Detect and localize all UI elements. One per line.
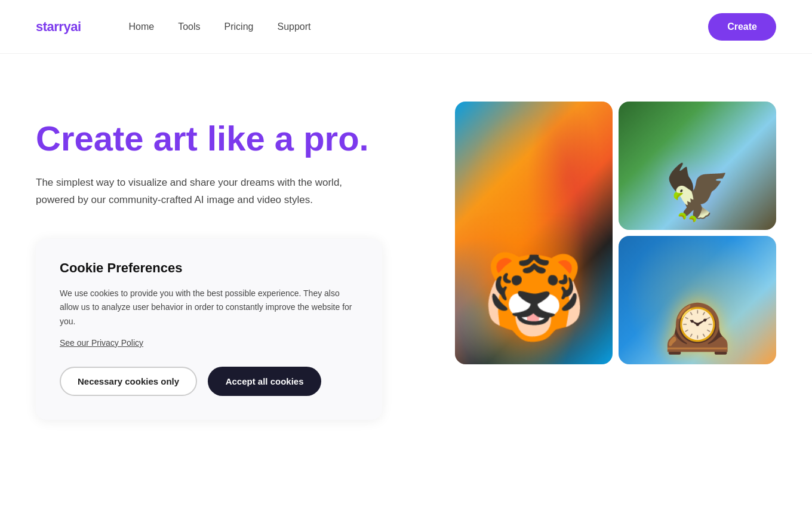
hero-title: Create art like a pro. [36, 119, 443, 158]
tiger-image-cell [455, 102, 613, 364]
nav-home[interactable]: Home [129, 21, 155, 32]
cookie-buttons: Necessary cookies only Accept all cookie… [60, 367, 358, 396]
nav-tools[interactable]: Tools [178, 21, 200, 32]
owl-image-cell [619, 102, 776, 230]
hero-subtitle: The simplest way to visualize and share … [36, 174, 358, 209]
cookie-banner: Cookie Preferences We use cookies to pro… [36, 239, 382, 420]
navbar: starryai Home Tools Pricing Support Crea… [0, 0, 812, 54]
cookie-body: We use cookies to provide you with the b… [60, 287, 358, 329]
owl-image [619, 102, 776, 230]
hero-section: Create art like a pro. The simplest way … [0, 54, 812, 513]
nav-links: Home Tools Pricing Support [129, 21, 709, 32]
nav-support[interactable]: Support [277, 21, 310, 32]
tiger-image [455, 102, 613, 364]
privacy-policy-link[interactable]: See our Privacy Policy [60, 338, 143, 348]
accept-all-cookies-button[interactable]: Accept all cookies [208, 367, 321, 396]
nav-pricing[interactable]: Pricing [224, 21, 254, 32]
clock-image-cell [619, 236, 776, 364]
clock-image [619, 236, 776, 364]
create-button[interactable]: Create [708, 13, 776, 41]
cookie-title: Cookie Preferences [60, 260, 358, 276]
logo[interactable]: starryai [36, 19, 81, 35]
hero-left: Create art like a pro. The simplest way … [36, 102, 443, 420]
necessary-cookies-button[interactable]: Necessary cookies only [60, 367, 197, 396]
hero-images [443, 102, 776, 364]
